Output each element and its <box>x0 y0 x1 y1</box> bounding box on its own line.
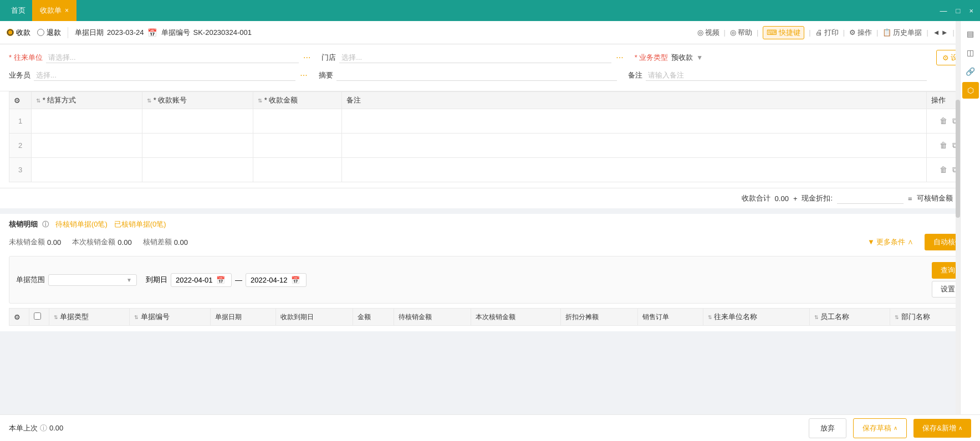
date-from-input[interactable]: 2022-04-01 📅 <box>171 273 232 287</box>
range-select[interactable]: ▼ <box>48 274 137 286</box>
staff-input[interactable] <box>34 70 295 81</box>
refund-radio-input[interactable] <box>37 29 44 36</box>
next-arrow[interactable]: ► <box>941 28 948 37</box>
discount-input[interactable] <box>837 193 904 204</box>
scroll-area[interactable] <box>956 21 960 414</box>
date-from-calendar-icon[interactable]: 📅 <box>216 276 225 284</box>
row-3-remark[interactable] <box>342 158 927 182</box>
col-settings-header[interactable]: ⚙ <box>9 92 32 109</box>
total-label: 收款合计 <box>742 193 770 203</box>
store-input[interactable] <box>339 52 611 63</box>
row-1-account[interactable] <box>142 109 253 134</box>
bottom-col-checkbox <box>29 309 49 326</box>
bottom-col-pending: 待核销金额 <box>394 309 471 326</box>
store-more-icon[interactable]: ··· <box>616 53 623 63</box>
staff-more-icon[interactable]: ··· <box>300 70 307 80</box>
more-conditions-btn[interactable]: ▼ 更多条件 ∧ <box>867 237 913 247</box>
date-to-calendar-icon[interactable]: 📅 <box>291 276 300 284</box>
video-action[interactable]: ◎ 视频 <box>697 28 719 38</box>
done-tab[interactable]: 已核销单据(0笔) <box>114 219 166 229</box>
current-label: 本次核销金额 <box>72 237 115 247</box>
bottom-settings-icon: ⚙ <box>14 313 21 321</box>
bottom-select-all[interactable] <box>34 312 41 320</box>
diff-value: 0.00 <box>174 238 188 247</box>
pending-tab[interactable]: 待核销单据(0笔) <box>55 219 108 229</box>
bottom-col-staff: ⇅ 员工名称 <box>810 309 890 326</box>
win-max-btn[interactable]: □ <box>954 7 963 15</box>
summary-input[interactable] <box>336 70 617 81</box>
row-2-payment[interactable] <box>32 134 142 158</box>
date-to-input[interactable]: 2022-04-12 📅 <box>246 273 307 287</box>
video-icon: ◎ <box>697 28 703 37</box>
reconcile-info-icon[interactable]: ⓘ <box>42 221 49 228</box>
col-account-header: ⇅ * 收款账号 <box>142 92 253 109</box>
bottom-col-bill-date: 单据日期 <box>210 309 275 326</box>
last-record-info-icon[interactable]: ⓘ <box>40 423 47 433</box>
scroll-thumb[interactable] <box>956 100 960 218</box>
help-action[interactable]: ◎ 帮助 <box>730 28 752 38</box>
prev-arrow[interactable]: ◄ <box>933 28 940 37</box>
contact-input[interactable] <box>46 52 299 63</box>
biz-type-field: * 业务类型 预收款 ▼ <box>635 53 936 63</box>
row-2-remark[interactable] <box>342 134 927 158</box>
row-1-amount[interactable] <box>253 109 342 134</box>
form-row-2: 业务员 ··· 摘要 备注 <box>9 70 971 81</box>
bottom-col-bill-no: ⇅ 单据编号 <box>130 309 210 326</box>
bottom-col-amount: 金额 <box>353 309 394 326</box>
history-action[interactable]: 📋 历史单据 <box>882 28 922 38</box>
row-1-remark[interactable] <box>342 109 927 134</box>
staff-label: 业务员 <box>9 70 30 80</box>
col-settings-icon: ⚙ <box>14 96 21 105</box>
refund-radio[interactable]: 退款 <box>37 28 61 38</box>
row-2-amount[interactable] <box>253 134 342 158</box>
receipt-radio-input[interactable] <box>7 29 14 36</box>
row-3-account[interactable] <box>142 158 253 182</box>
table-row: 1 🗑 ⧉ <box>9 109 971 134</box>
avail-label: 可核销金额 <box>917 193 953 203</box>
nav-tab-close[interactable]: × <box>65 7 69 14</box>
remark-input[interactable] <box>646 70 927 81</box>
ops-action[interactable]: ⚙ 操作 <box>849 28 872 38</box>
window-controls: — □ × <box>938 7 976 15</box>
remark-field: 备注 <box>628 70 927 81</box>
bottom-col-settings[interactable]: ⚙ <box>9 309 29 326</box>
row-num-3: 3 <box>9 158 32 182</box>
uncancelled-stat: 未核销金额 0.00 <box>9 237 61 247</box>
receipt-radio[interactable]: 收款 <box>7 28 30 38</box>
table-row: 2 🗑 ⧉ <box>9 134 971 158</box>
settings-icon: ⚙ <box>942 54 949 62</box>
win-min-btn[interactable]: — <box>938 7 950 15</box>
biz-type-dropdown[interactable]: ▼ <box>696 54 703 61</box>
top-nav: 首页 收款单 × — □ × <box>0 0 980 21</box>
win-close-btn[interactable]: × <box>967 7 976 15</box>
nav-tab-receipt[interactable]: 收款单 × <box>32 0 76 21</box>
row-1-payment[interactable] <box>32 109 142 134</box>
row-3-amount[interactable] <box>253 158 342 182</box>
shortcut-action[interactable]: ⌨ 快捷键 <box>763 26 804 39</box>
print-action[interactable]: 🖨 打印 <box>815 28 839 38</box>
date-range-sep: — <box>235 276 242 284</box>
sidebar-active-icon[interactable]: ⬡ <box>962 82 979 99</box>
save-draft-btn[interactable]: 保存草稿 ∧ <box>853 418 907 438</box>
diff-label: 核销差额 <box>143 237 172 247</box>
row-1-delete-icon[interactable]: 🗑 <box>940 116 947 125</box>
sidebar-link-icon[interactable]: 🔗 <box>962 63 979 80</box>
save-new-btn[interactable]: 保存&新增 ∧ <box>913 419 971 438</box>
contact-more-icon[interactable]: ··· <box>303 53 310 63</box>
nav-home[interactable]: 首页 <box>4 6 32 16</box>
uncancelled-value: 0.00 <box>47 238 61 247</box>
row-3-delete-icon[interactable]: 🗑 <box>940 165 947 174</box>
row-2-delete-icon[interactable]: 🗑 <box>940 141 947 150</box>
last-record: 本单上次 ⓘ 0.00 <box>9 423 63 433</box>
ops-label: 操作 <box>858 28 872 38</box>
save-draft-label: 保存草稿 <box>862 423 891 433</box>
eq-sign: = <box>908 194 912 203</box>
sidebar-doc-icon[interactable]: ◫ <box>962 44 979 61</box>
sidebar-table-icon[interactable]: ▤ <box>962 25 979 42</box>
abandon-btn[interactable]: 放弃 <box>809 418 846 438</box>
row-3-payment[interactable] <box>32 158 142 182</box>
form-area: * 往来单位 ··· 门店 ··· * 业务类型 预收款 ▼ ⚙ 设置 业务员 … <box>0 44 980 91</box>
row-2-account[interactable] <box>142 134 253 158</box>
bill-date-calendar-icon[interactable]: 📅 <box>147 28 157 37</box>
bottom-col-discount: 折扣分摊额 <box>560 309 637 326</box>
